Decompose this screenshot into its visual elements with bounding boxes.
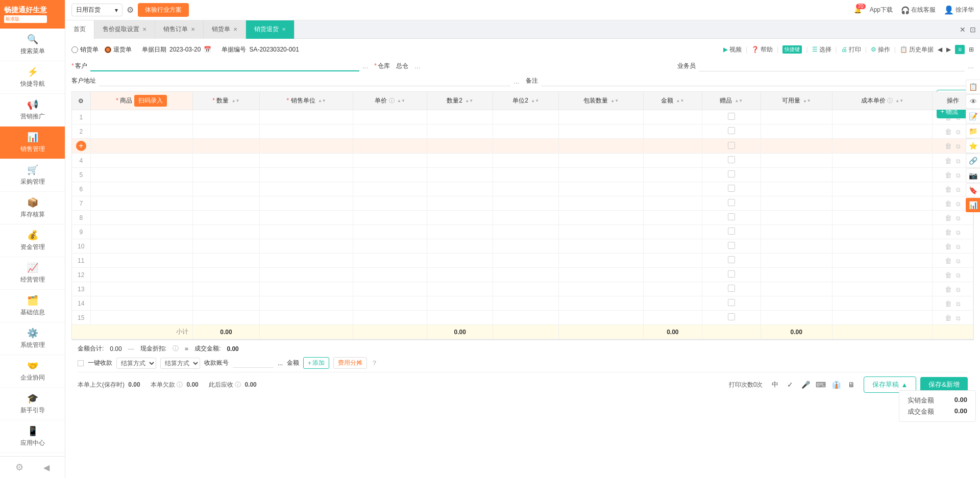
- list-view-btn[interactable]: ≡: [955, 45, 965, 54]
- sort-icon[interactable]: ▲▼: [734, 98, 743, 103]
- unit-cell-5[interactable]: [260, 168, 353, 182]
- add-payment-btn[interactable]: + + 添加 添加: [303, 357, 329, 369]
- customer-dots[interactable]: ...: [362, 62, 369, 70]
- copy-icon-6[interactable]: ⧉: [956, 186, 961, 193]
- gift-checkbox-10[interactable]: [728, 242, 735, 249]
- price-cell-14[interactable]: [353, 296, 427, 311]
- cost-cell-6[interactable]: [832, 182, 932, 196]
- price-cell-8[interactable]: [353, 211, 427, 225]
- calculation-method-select[interactable]: 结算方式: [116, 358, 156, 369]
- tab-home[interactable]: 首页: [65, 20, 94, 39]
- history-btn[interactable]: 📋历史单据: [900, 45, 934, 54]
- sort-icon[interactable]: ▲▼: [531, 98, 539, 103]
- cost-cell-4[interactable]: [832, 154, 932, 168]
- unit-cell-15[interactable]: [260, 311, 353, 325]
- qty2-cell-1[interactable]: [427, 110, 493, 124]
- unit2-cell-5[interactable]: [493, 168, 559, 182]
- sidebar-settings-icon[interactable]: ⚙: [15, 462, 23, 473]
- pack-cell-12[interactable]: [559, 268, 644, 282]
- cost-cell-3[interactable]: [832, 139, 932, 154]
- info-icon2[interactable]: ⓘ: [177, 381, 183, 388]
- select-btn[interactable]: ☰选择: [812, 45, 831, 54]
- copy-icon-11[interactable]: ⧉: [956, 258, 961, 265]
- delete-icon-5[interactable]: 🗑: [945, 171, 952, 179]
- industry-select[interactable]: 日用百货 ▾: [71, 4, 122, 16]
- cost-cell-1[interactable]: [832, 110, 932, 124]
- toolbar-icon-2[interactable]: ✓: [784, 379, 796, 391]
- delete-icon-11[interactable]: 🗑: [945, 257, 952, 265]
- product-cell-14[interactable]: [90, 296, 192, 311]
- prev-btn[interactable]: ◀: [938, 46, 942, 53]
- amount-cell-8[interactable]: [643, 211, 702, 225]
- available-cell-3[interactable]: [761, 139, 832, 154]
- gift-checkbox-2[interactable]: [728, 127, 735, 134]
- copy-icon-9[interactable]: ⧉: [956, 229, 961, 236]
- price-cell-9[interactable]: [353, 225, 427, 239]
- available-cell-4[interactable]: [761, 154, 832, 168]
- unit2-cell-7[interactable]: [493, 196, 559, 211]
- copy-icon-14[interactable]: ⧉: [956, 300, 961, 308]
- notification-icon[interactable]: 🔔 70: [854, 7, 862, 14]
- radio-return[interactable]: 退货单: [105, 45, 132, 54]
- float-btn-5[interactable]: ⭐: [966, 139, 980, 153]
- tab-close-icon[interactable]: ✕: [233, 27, 237, 32]
- cost-cell-15[interactable]: [832, 311, 932, 325]
- gift-checkbox-12[interactable]: [728, 270, 735, 278]
- amount-cell-11[interactable]: [643, 254, 702, 268]
- available-cell-5[interactable]: [761, 168, 832, 182]
- gift-cell-6[interactable]: [702, 182, 761, 196]
- qty-cell-3[interactable]: [192, 139, 260, 154]
- sidebar-item-shortcut[interactable]: ⚡ 快捷导航: [0, 61, 65, 94]
- sidebar-item-search[interactable]: 🔍 搜索菜单: [0, 29, 65, 61]
- qty2-cell-2[interactable]: [427, 124, 493, 139]
- toolbar-icon-3[interactable]: 🎤: [799, 379, 812, 391]
- info-icon3[interactable]: ⓘ: [235, 381, 241, 388]
- cost-cell-8[interactable]: [832, 211, 932, 225]
- amount-cell-2[interactable]: [643, 124, 702, 139]
- copy-icon-12[interactable]: ⧉: [956, 272, 961, 279]
- available-cell-14[interactable]: [761, 296, 832, 311]
- amount-cell-7[interactable]: [643, 196, 702, 211]
- toolbar-icon-1[interactable]: 中: [769, 379, 781, 391]
- unit2-cell-12[interactable]: [493, 268, 559, 282]
- gift-cell-14[interactable]: [702, 296, 761, 311]
- topbar-gear-icon[interactable]: ⚙: [127, 5, 134, 15]
- cost-cell-5[interactable]: [832, 168, 932, 182]
- qty2-cell-8[interactable]: [427, 211, 493, 225]
- sidebar-item-basic[interactable]: 🗂️ 基础信息: [0, 290, 65, 322]
- gift-checkbox-7[interactable]: [728, 199, 735, 206]
- sidebar-item-marketing[interactable]: 📢 营销推广: [0, 94, 65, 127]
- cost-cell-13[interactable]: [832, 282, 932, 296]
- delete-icon-13[interactable]: 🗑: [945, 285, 952, 293]
- product-cell-2[interactable]: [90, 124, 192, 139]
- gift-cell-7[interactable]: [702, 196, 761, 211]
- remark-input[interactable]: [541, 76, 974, 86]
- delete-icon-10[interactable]: 🗑: [945, 242, 952, 250]
- gift-cell-15[interactable]: [702, 311, 761, 325]
- price-cell-11[interactable]: [353, 254, 427, 268]
- product-cell-5[interactable]: [90, 168, 192, 182]
- qty2-cell-3[interactable]: [427, 139, 493, 154]
- gift-checkbox-6[interactable]: [728, 185, 735, 192]
- copy-icon-8[interactable]: ⧉: [956, 215, 961, 222]
- float-btn-6[interactable]: 🔗: [966, 154, 980, 168]
- copy-icon-3[interactable]: ⧉: [956, 143, 961, 150]
- price-cell-10[interactable]: [353, 239, 427, 254]
- amount-cell-15[interactable]: [643, 311, 702, 325]
- product-cell-3[interactable]: [90, 139, 192, 154]
- gift-cell-8[interactable]: [702, 211, 761, 225]
- tab-close-icon[interactable]: ✕: [142, 27, 146, 32]
- unit-cell-13[interactable]: [260, 282, 353, 296]
- tab-close-icon[interactable]: ✕: [282, 27, 286, 32]
- sort-icon[interactable]: ▲▼: [803, 98, 811, 103]
- table-gear-icon[interactable]: ⚙: [78, 97, 84, 105]
- toolbar-icon-5[interactable]: 👔: [830, 379, 842, 391]
- available-cell-2[interactable]: [761, 124, 832, 139]
- unit2-cell-4[interactable]: [493, 154, 559, 168]
- gift-cell-13[interactable]: [702, 282, 761, 296]
- sidebar-item-operation[interactable]: 📈 经营管理: [0, 257, 65, 290]
- gift-checkbox-5[interactable]: [728, 170, 735, 178]
- product-cell-10[interactable]: [90, 239, 192, 254]
- gift-cell-10[interactable]: [702, 239, 761, 254]
- delete-icon-8[interactable]: 🗑: [945, 214, 952, 222]
